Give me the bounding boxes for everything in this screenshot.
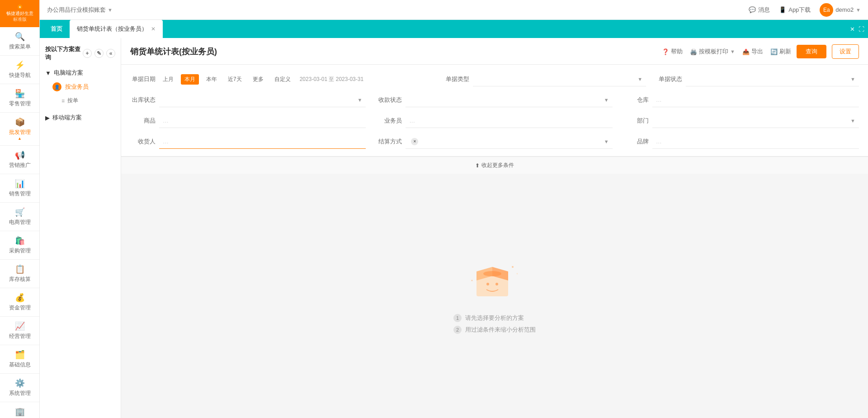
topbar-left: 办公用品行业模拟账套 ▼ xyxy=(47,6,113,14)
sidebar-item-sales[interactable]: 📊 销售管理 xyxy=(0,174,39,203)
filter-form: 单据日期 上月 本月 本年 近7天 更多 自定义 2023-03-01 至 20… xyxy=(121,65,868,157)
date-tab-last-month[interactable]: 上月 xyxy=(159,74,177,85)
sidebar-item-finance[interactable]: 💰 资金管理 xyxy=(0,288,39,317)
date-tab-this-month[interactable]: 本月 xyxy=(181,74,199,85)
date-filter: 上月 本月 本年 近7天 更多 自定义 2023-03-01 至 2023-03… xyxy=(159,74,363,85)
date-tab-more[interactable]: 更多 xyxy=(249,74,267,85)
refresh-button[interactable]: 🔄 刷新 xyxy=(770,48,791,56)
date-tab-this-year[interactable]: 本年 xyxy=(203,74,221,85)
salesperson-field: 业务员 … xyxy=(377,114,612,128)
svg-point-6 xyxy=(472,280,473,281)
sidebar-item-label: 基础信息 xyxy=(9,361,31,369)
doc-status-select[interactable]: ▼ xyxy=(686,72,859,86)
svg-point-8 xyxy=(495,283,498,285)
pc-scheme-title[interactable]: ▼ 电脑端方案 xyxy=(40,66,121,80)
doc-type-label: 单据类型 xyxy=(444,75,469,83)
ecommerce-icon: 🛒 xyxy=(15,207,25,217)
payment-label: 结算方式 xyxy=(377,138,402,146)
doc-type-chevron-icon: ▼ xyxy=(637,76,642,82)
right-panel: 销货单统计表(按业务员) ❓ 帮助 🖨️ 按模板打印 ▼ xyxy=(121,38,868,418)
mobile-scheme-group: ▶ 移动端方案 xyxy=(40,109,121,126)
sidebar-item-search[interactable]: 🔍 搜索菜单 xyxy=(0,27,39,56)
page-title: 销货单统计表(按业务员) xyxy=(130,46,217,57)
sidebar-item-business[interactable]: 📈 经营管理 xyxy=(0,317,39,345)
left-panel: 按以下方案查询 + ✎ « ▼ 电脑端方案 xyxy=(40,38,121,418)
tab-close-all-button[interactable]: ✕ xyxy=(850,26,855,33)
out-status-select[interactable]: ▼ xyxy=(159,93,366,107)
add-scheme-button[interactable]: + xyxy=(83,49,92,58)
goods-input[interactable]: … xyxy=(159,114,366,128)
empty-hint: 1 请先选择要分析的方案 2 用过滤条件来缩小分析范围 xyxy=(453,314,536,334)
finance-icon: 💰 xyxy=(15,293,25,303)
tab-close-button[interactable]: ✕ xyxy=(151,26,156,32)
quick-icon: ⚡ xyxy=(15,60,25,70)
sidebar-item-system[interactable]: ⚙️ 系统管理 xyxy=(0,374,39,402)
mobile-scheme-title[interactable]: ▶ 移动端方案 xyxy=(40,111,121,124)
payment-tag-close[interactable]: × xyxy=(411,138,418,145)
date-tab-custom[interactable]: 自定义 xyxy=(271,74,294,85)
message-label: 消息 xyxy=(758,6,770,14)
sidebar-item-enterprise[interactable]: 🏢 企业协同 xyxy=(0,402,39,418)
query-button[interactable]: 查询 xyxy=(797,45,826,58)
app-download-button[interactable]: 📱 App下载 xyxy=(779,6,811,14)
sidebar-item-retail[interactable]: 🏪 零售管理 xyxy=(0,84,39,113)
sidebar-item-ecommerce[interactable]: 🛒 电商管理 xyxy=(0,203,39,231)
svg-point-4 xyxy=(512,266,514,268)
collapse-bar[interactable]: ⬆ 收起更多条件 xyxy=(121,157,868,174)
help-button[interactable]: ❓ 帮助 xyxy=(662,48,683,56)
sidebar-item-label: 库存核算 xyxy=(9,276,31,283)
breadcrumb-text: 办公用品行业模拟账套 xyxy=(47,6,106,14)
settings-button[interactable]: 设置 xyxy=(832,44,859,59)
payment-select[interactable]: × ▼ xyxy=(406,134,612,149)
salesperson-input[interactable]: … xyxy=(406,114,612,128)
template-print-button[interactable]: 🖨️ 按模板打印 ▼ xyxy=(690,48,735,56)
main-area: 办公用品行业模拟账套 ▼ 💬 消息 📱 App下载 Ea demo2 ▼ xyxy=(40,0,868,418)
sidebar-item-inventory[interactable]: 📋 库存核算 xyxy=(0,260,39,288)
sidebar-item-basic[interactable]: 🗂️ 基础信息 xyxy=(0,345,39,374)
sidebar-item-label: 搜索菜单 xyxy=(9,43,31,51)
consignee-input[interactable]: … xyxy=(159,134,366,149)
brand-input[interactable]: … xyxy=(652,134,859,149)
sidebar-item-marketing[interactable]: 📢 营销推广 xyxy=(0,146,39,174)
date-tab-7days[interactable]: 近7天 xyxy=(224,74,245,85)
hint-item-2: 2 用过滤条件来缩小分析范围 xyxy=(453,326,536,334)
print-chevron-icon: ▼ xyxy=(730,49,735,54)
sidebar-item-purchase[interactable]: 🛍️ 采购管理 xyxy=(0,231,39,260)
tab-sales-stat[interactable]: 销货单统计表（按业务员） ✕ xyxy=(70,20,163,38)
warehouse-input[interactable]: … xyxy=(652,93,859,107)
dept-select[interactable]: ▼ xyxy=(652,114,859,128)
goods-dots: … xyxy=(163,117,169,124)
home-tab-label: 首页 xyxy=(51,25,62,33)
empty-state: 1 请先选择要分析的方案 2 用过滤条件来缩小分析范围 xyxy=(121,174,868,418)
export-button[interactable]: 📤 导出 xyxy=(742,48,763,56)
breadcrumb-dropdown[interactable]: 办公用品行业模拟账套 ▼ xyxy=(47,6,113,14)
filter-row-4: 收货人 … 结算方式 × ▼ xyxy=(130,134,859,149)
left-panel-header: 按以下方案查询 + ✎ « xyxy=(40,43,121,64)
sidebar-item-label: 快捷导航 xyxy=(9,71,31,79)
receipt-status-select[interactable]: ▼ xyxy=(406,93,612,107)
scheme-sub-item-order[interactable]: ≡ 按单 xyxy=(40,94,121,107)
content-area: 按以下方案查询 + ✎ « ▼ 电脑端方案 xyxy=(40,38,868,418)
sidebar: 畅 畅捷通好生意 标准版 🔍 搜索菜单 ⚡ 快捷导航 🏪 零售管理 📦 批发管理… xyxy=(0,0,40,418)
plus-icon: + xyxy=(85,50,89,57)
tab-expand-button[interactable]: ⛶ xyxy=(859,26,864,33)
page-header: 销货单统计表(按业务员) ❓ 帮助 🖨️ 按模板打印 ▼ xyxy=(121,38,868,65)
sub-icon: ≡ xyxy=(61,98,65,104)
message-button[interactable]: 💬 消息 xyxy=(749,6,770,14)
collapse-panel-button[interactable]: « xyxy=(106,49,115,58)
sidebar-item-label: 采购管理 xyxy=(9,247,31,255)
sidebar-item-quick[interactable]: ⚡ 快捷导航 xyxy=(0,56,39,84)
doc-type-select[interactable]: ▼ xyxy=(473,72,646,86)
topbar-right: 💬 消息 📱 App下载 Ea demo2 ▼ xyxy=(749,3,861,17)
tab-home[interactable]: 首页 xyxy=(43,20,70,38)
scheme-item-salesperson[interactable]: 👤 按业务员 xyxy=(40,80,121,94)
sidebar-item-label: 零售管理 xyxy=(9,100,31,108)
sidebar-item-label: 资金管理 xyxy=(9,304,31,312)
chevron-down-icon: ▼ xyxy=(108,7,113,13)
topbar: 办公用品行业模拟账套 ▼ 💬 消息 📱 App下载 Ea demo2 ▼ xyxy=(40,0,868,20)
receipt-status-chevron-icon: ▼ xyxy=(604,97,609,103)
hint-item-1: 1 请先选择要分析的方案 xyxy=(453,314,536,322)
edit-scheme-button[interactable]: ✎ xyxy=(94,49,104,58)
user-menu[interactable]: Ea demo2 ▼ xyxy=(820,3,861,17)
sidebar-item-wholesale[interactable]: 📦 批发管理 ▲ xyxy=(0,113,39,146)
